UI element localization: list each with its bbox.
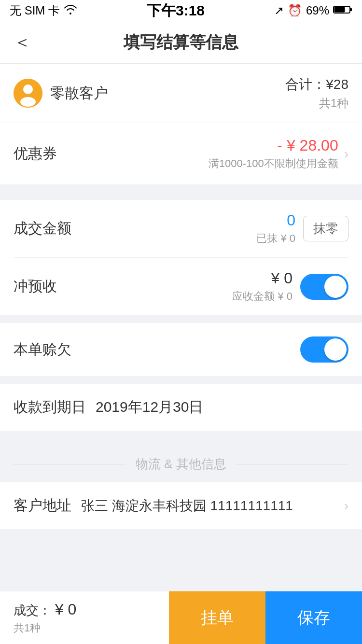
bottom-info: 成交： ¥ 0 共1种 (0, 601, 169, 635)
coupon-desc: 满1000-100不限制使用金额 (209, 156, 338, 171)
address-chevron-icon: › (344, 498, 348, 514)
deal-amount-sub: 已抹 ¥ 0 (256, 231, 295, 246)
coupon-row[interactable]: 优惠券 - ¥ 28.00 满1000-100不限制使用金额 › (0, 123, 362, 184)
total-amount: 合计：¥28 (285, 75, 348, 94)
coupon-label: 优惠券 (14, 144, 57, 164)
back-button[interactable]: ＜ (14, 30, 31, 54)
address-value: 张三 海淀永丰科技园 11111111111 (81, 497, 342, 515)
main-content: 零散客户 合计：¥28 共1种 优惠券 - ¥ 28.00 满1000-100不… (0, 64, 362, 592)
deal-amount-right: 0 已抹 ¥ 0 抹零 (256, 211, 348, 246)
bottom-bar: 成交： ¥ 0 共1种 挂单 保存 (0, 591, 362, 644)
location-icon: ↗ (274, 4, 284, 17)
prepay-value-col: ¥ 0 应收金额 ¥ 0 (232, 269, 292, 304)
prepay-label: 冲预收 (14, 277, 57, 296)
due-date-label: 收款到期日 (14, 397, 86, 417)
logistics-divider: 物流 & 其他信息 (0, 446, 362, 482)
due-date-row: 收款到期日 2019年12月30日 (14, 397, 348, 417)
status-right: ↗ ⏰ 69% (274, 4, 352, 17)
wifi-icon (64, 4, 77, 17)
avatar (14, 79, 42, 108)
logistics-label: 物流 & 其他信息 (126, 456, 236, 473)
divider-3 (0, 438, 362, 446)
bottom-deal-count: 共1种 (14, 621, 169, 635)
customer-name: 零散客户 (50, 84, 108, 103)
svg-point-4 (23, 84, 33, 94)
deal-amount-value: 0 (256, 211, 295, 229)
debt-label: 本单赊欠 (14, 340, 71, 360)
bottom-deal-amount: ¥ 0 (55, 601, 76, 618)
bottom-deal-label: 成交： (14, 603, 51, 617)
battery-icon (333, 4, 352, 17)
customer-left: 零散客户 (14, 79, 108, 108)
chevron-right-icon: › (344, 146, 348, 162)
customer-right: 合计：¥28 共1种 (285, 75, 348, 111)
divider-1 (0, 192, 362, 200)
battery-level: 69% (306, 4, 329, 17)
nav-bar: ＜ 填写结算等信息 (0, 21, 362, 64)
address-section[interactable]: 客户地址 张三 海淀永丰科技园 11111111111 › (0, 482, 362, 529)
page-title: 填写结算等信息 (124, 31, 238, 54)
due-date-value: 2019年12月30日 (96, 397, 203, 417)
svg-point-5 (20, 97, 36, 107)
debt-section: 本单赊欠 (0, 323, 362, 376)
deal-value-col: 0 已抹 ¥ 0 (256, 211, 295, 246)
transaction-section: 成交金额 0 已抹 ¥ 0 抹零 冲预收 ¥ 0 应收金额 ¥ 0 (0, 200, 362, 315)
total-count: 共1种 (285, 96, 348, 111)
prepay-receivable: 应收金额 ¥ 0 (232, 289, 292, 304)
customer-section: 零散客户 合计：¥28 共1种 优惠券 - ¥ 28.00 满1000-100不… (0, 64, 362, 184)
round-off-button[interactable]: 抹零 (303, 216, 348, 241)
logistics-line-left (14, 464, 126, 464)
prepay-row: 冲预收 ¥ 0 应收金额 ¥ 0 (14, 258, 348, 315)
status-time: 下午3:18 (147, 1, 205, 21)
deal-amount-label: 成交金额 (14, 219, 71, 238)
debt-toggle-knob (324, 338, 347, 361)
sim-status: 无 SIM 卡 (10, 3, 60, 18)
bottom-buttons: 挂单 保存 (169, 591, 362, 644)
coupon-right: - ¥ 28.00 满1000-100不限制使用金额 › (209, 137, 348, 171)
alarm-icon: ⏰ (288, 4, 302, 17)
coupon-value-col: - ¥ 28.00 满1000-100不限制使用金额 (209, 137, 338, 171)
status-bar: 无 SIM 卡 下午3:18 ↗ ⏰ 69% (0, 0, 362, 21)
address-label: 客户地址 (14, 496, 71, 516)
due-date-section: 收款到期日 2019年12月30日 (0, 384, 362, 431)
save-button[interactable]: 保存 (265, 591, 362, 644)
prepay-right: ¥ 0 应收金额 ¥ 0 (232, 269, 348, 304)
bottom-deal-row: 成交： ¥ 0 (14, 601, 169, 619)
prepay-amount: ¥ 0 (232, 269, 292, 287)
debt-toggle[interactable] (300, 336, 348, 363)
prepay-toggle[interactable] (300, 274, 348, 300)
svg-rect-2 (334, 7, 345, 13)
hang-order-button[interactable]: 挂单 (169, 591, 265, 644)
svg-rect-1 (350, 8, 352, 11)
deal-amount-row: 成交金额 0 已抹 ¥ 0 抹零 (14, 200, 348, 258)
status-left: 无 SIM 卡 (10, 3, 77, 18)
divider-2 (0, 315, 362, 323)
customer-row: 零散客户 合计：¥28 共1种 (0, 64, 362, 123)
toggle-knob (324, 276, 347, 298)
logistics-line-right (236, 464, 348, 464)
coupon-amount: - ¥ 28.00 (209, 137, 338, 154)
